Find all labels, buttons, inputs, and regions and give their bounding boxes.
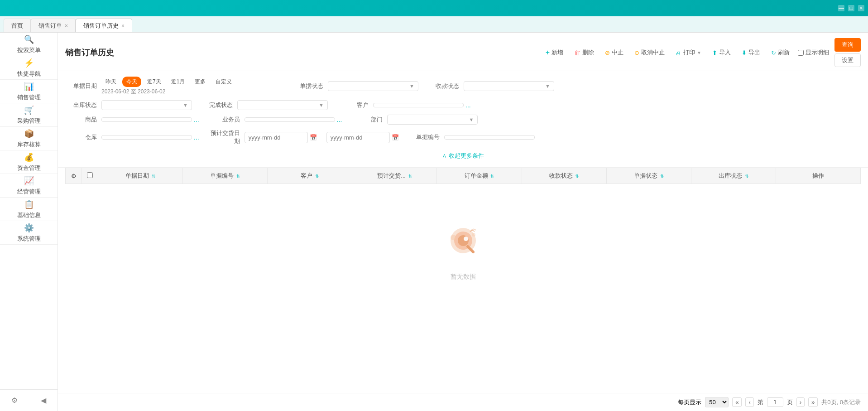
page-label-after: 页	[787, 398, 793, 406]
payment-status-label: 收款状态	[427, 82, 464, 90]
tab-sales-order-history[interactable]: 销售订单历史 ×	[76, 19, 132, 32]
sidebar-item-sales-mgmt[interactable]: 📊 销售管理	[0, 80, 58, 103]
delete-label: 删除	[582, 48, 594, 57]
cal-to-icon[interactable]: 📅	[392, 134, 399, 141]
sidebar-item-purchase-mgmt[interactable]: 🛒 采购管理	[0, 103, 58, 127]
delete-button[interactable]: 🗑 删除	[571, 47, 597, 58]
customer-select[interactable]	[373, 103, 464, 107]
close-btn-top[interactable]: ×	[858, 5, 864, 11]
bill-status-chevron-icon: ▼	[409, 83, 414, 89]
sidebar-item-finance-mgmt[interactable]: 💰 资金管理	[0, 150, 58, 174]
warehouse-ellipsis-btn[interactable]: ...	[194, 134, 199, 141]
page-size-select[interactable]: 50 10 20 100	[705, 397, 729, 407]
tab-sales-order-close[interactable]: ×	[65, 23, 68, 29]
show-columns-checkbox[interactable]: 显示明细	[798, 48, 829, 57]
toolbar: + 新增 🗑 删除 ⊘ 中止 ⊙ 取消中止 🖨 打印	[543, 38, 861, 67]
sidebar-item-search-menu[interactable]: 🔍 搜索菜单	[0, 33, 58, 56]
goods-control: ...	[101, 116, 199, 123]
table-area: ⚙ 单据日期 ⇅ 单据编号 ⇅	[58, 168, 868, 393]
payment-status-select[interactable]: ▼	[464, 81, 554, 91]
page-label-before: 第	[758, 398, 763, 406]
th-bill-status[interactable]: 单据状态 ⇅	[606, 168, 691, 184]
salesperson-select[interactable]	[245, 117, 335, 122]
dept-select[interactable]: ▼	[387, 115, 478, 125]
complete-status-select[interactable]: ▼	[237, 100, 328, 110]
show-columns-input[interactable]	[798, 50, 804, 56]
th-number[interactable]: 单据编号 ⇅	[183, 168, 268, 184]
sidebar-collapse-icon[interactable]: ◀	[41, 396, 46, 405]
sidebar-item-inventory-calc[interactable]: 📦 库存核算	[0, 127, 58, 150]
import-button[interactable]: ⬆ 导入	[710, 47, 734, 58]
refresh-button[interactable]: ↻ 刷新	[768, 47, 792, 58]
sidebar-item-operations-mgmt[interactable]: 📈 经营管理	[0, 174, 58, 198]
next-page-btn[interactable]: ›	[796, 397, 805, 407]
tab-home[interactable]: 首页	[4, 19, 31, 32]
stop-icon: ⊘	[605, 49, 610, 56]
delivery-status-select[interactable]: ▼	[101, 100, 192, 110]
th-delivery-status[interactable]: 出库状态 ⇅	[691, 168, 776, 184]
export-button[interactable]: ⬇ 导出	[739, 47, 763, 58]
sidebar-settings-icon[interactable]: ⚙	[11, 396, 18, 405]
cancel-stop-button[interactable]: ⊙ 取消中止	[632, 47, 667, 58]
th-date[interactable]: 单据日期 ⇅	[98, 168, 183, 184]
query-button[interactable]: 查询	[834, 38, 861, 52]
tab-home-label: 首页	[11, 22, 23, 30]
maximize-btn[interactable]: □	[848, 5, 854, 11]
pill-last1m[interactable]: 近1月	[167, 77, 189, 87]
th-settings[interactable]: ⚙	[66, 168, 82, 184]
th-order-amount[interactable]: 订单金额 ⇅	[437, 168, 522, 184]
table-settings-icon[interactable]: ⚙	[71, 173, 77, 179]
salesperson-ellipsis-btn[interactable]: ...	[337, 116, 342, 123]
customer-ellipsis-btn[interactable]: ...	[465, 102, 471, 109]
expected-delivery-from[interactable]	[245, 132, 308, 143]
sidebar-item-system-mgmt[interactable]: ⚙️ 系统管理	[0, 221, 58, 245]
date-pills: 昨天 今天 近7天 近1月 更多 自定义	[101, 77, 292, 87]
goods-select[interactable]	[101, 117, 192, 122]
goods-ellipsis-btn[interactable]: ...	[194, 116, 199, 123]
th-checkbox[interactable]	[82, 168, 98, 184]
add-button[interactable]: + 新增	[543, 47, 566, 58]
sidebar-item-basic-info[interactable]: 📋 基础信息	[0, 198, 58, 221]
pill-more[interactable]: 更多	[191, 77, 210, 87]
th-expected-delivery[interactable]: 预计交货... ⇅	[352, 168, 437, 184]
tab-sales-order[interactable]: 销售订单 ×	[31, 19, 76, 32]
warehouse-select[interactable]	[101, 135, 192, 140]
select-all-checkbox[interactable]	[87, 172, 93, 178]
first-page-btn[interactable]: «	[732, 397, 742, 407]
filter-row-1: 单据日期 昨天 今天 近7天 近1月 更多 自定义 2023-06-02 至 2…	[65, 77, 861, 96]
pill-today[interactable]: 今天	[122, 77, 141, 87]
add-icon: +	[546, 48, 550, 57]
sidebar: 🔍 搜索菜单 ⚡ 快捷导航 📊 销售管理 🛒 采购管理 📦 库存核算 💰 资金管…	[0, 33, 58, 411]
th-bill-status-label: 单据状态	[634, 172, 657, 179]
minimize-btn[interactable]: —	[838, 5, 844, 11]
delivery-status-chevron-icon: ▼	[183, 102, 188, 108]
delivery-status-label: 出库状态	[65, 101, 101, 109]
setting-button[interactable]: 设置	[834, 53, 861, 67]
sidebar-item-quick-nav[interactable]: ⚡ 快捷导航	[0, 56, 58, 80]
collapse-row[interactable]: ∧ 收起更多条件	[65, 150, 861, 162]
import-icon: ⬆	[712, 49, 717, 56]
print-button[interactable]: 🖨 打印 ▼	[673, 47, 704, 58]
svg-point-5	[472, 233, 475, 237]
last-page-btn[interactable]: »	[808, 397, 818, 407]
th-action: 操作	[776, 168, 860, 184]
th-customer[interactable]: 客户 ⇅	[268, 168, 352, 184]
page-input[interactable]	[767, 397, 783, 407]
expected-delivery-to[interactable]	[326, 132, 390, 143]
customer-control: ...	[373, 102, 471, 109]
bill-number-input[interactable]	[444, 135, 535, 140]
svg-point-3	[464, 237, 468, 241]
stop-label: 中止	[612, 48, 623, 57]
sort-bill-status-icon: ⇅	[660, 174, 664, 179]
prev-page-btn[interactable]: ‹	[745, 397, 753, 407]
filter-row-3: 商品 ... 业务员 ... 部门 ▼	[65, 115, 861, 125]
pill-custom[interactable]: 自定义	[211, 77, 236, 87]
bill-status-select[interactable]: ▼	[328, 81, 418, 91]
tab-sales-order-history-close[interactable]: ×	[121, 23, 125, 29]
cal-from-icon[interactable]: 📅	[310, 134, 317, 141]
th-payment-status[interactable]: 收款状态 ⇅	[522, 168, 606, 184]
stop-button[interactable]: ⊘ 中止	[602, 47, 626, 58]
pill-yesterday[interactable]: 昨天	[101, 77, 120, 87]
pill-last7[interactable]: 近7天	[143, 77, 165, 87]
expected-delivery-control: 📅 — 📅	[245, 132, 399, 143]
